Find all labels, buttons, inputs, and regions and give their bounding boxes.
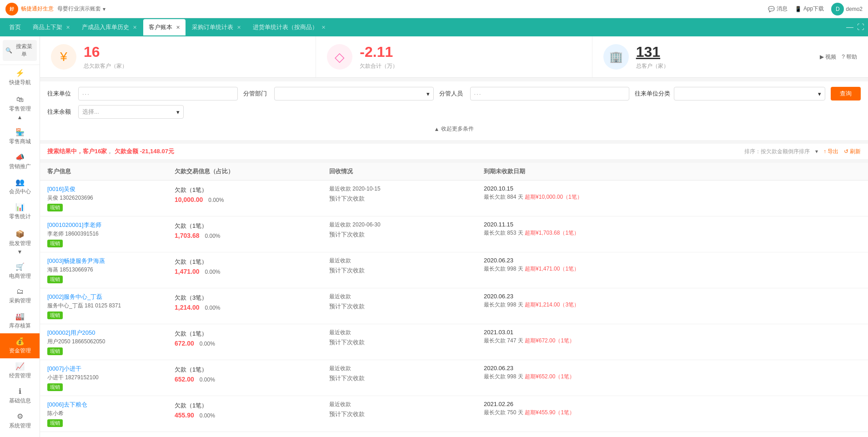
debt-count: 欠款（3笔） [175,294,207,302]
customer-name-link[interactable]: [0002]服务中心_丁磊 [47,293,175,301]
filter-row-1: 往来单位 ··· 分管部门 ▾ 分管人员 ··· [47,87,861,100]
overdue-link[interactable]: 超期¥1,703.68（1笔） [525,230,579,236]
sidebar-item-business-mgmt[interactable]: 📈 经营管理 [0,358,40,383]
collect-info-cell: 最近收款 2020-06-30 预计下次收款 [329,221,484,239]
sidebar-item-retail-stats[interactable]: 📊 零售统计 [0,199,40,224]
industry-select[interactable]: 母婴行业演示账套 ▾ [57,5,105,13]
debt-amount: 1,703.68 [175,232,200,239]
overdue-link[interactable]: 超期¥672.00（1笔） [525,337,575,344]
help-button[interactable]: ? 帮助 [842,53,857,61]
sidebar-item-member[interactable]: 👥 会员中心 [0,174,40,199]
debt-row: 欠款（1笔） [175,366,329,374]
remainder-label: 往来余额 [47,108,75,116]
tab-close-icon[interactable]: ✕ [176,25,180,30]
tab-close-icon[interactable]: ✕ [237,25,241,30]
collect-info-cell: 最近收款 预计下次收款 [329,257,484,275]
tab-close-icon[interactable]: ✕ [321,25,326,30]
sidebar-item-inventory[interactable]: 🏭 库存核算 [0,308,40,333]
debt-count: 欠款（1笔） [175,366,207,374]
sidebar-item-quick-nav[interactable]: ⚡ 快捷导航 [0,65,40,90]
tab-home[interactable]: 首页 [4,19,26,35]
from-unit-label: 往来单位 [47,90,75,98]
stat-item-debt: ◇ -2.11 欠款合计（万） [316,36,592,77]
overdue-link[interactable]: 超期¥1,214.00（3笔） [525,301,579,308]
tab-expand-icon[interactable]: ⛶ [857,23,864,31]
sidebar-item-system[interactable]: ⚙ 系统管理 [0,408,40,433]
search-button[interactable]: 查询 [831,87,861,100]
collapse-button[interactable]: ▲ 收起更多条件 [47,123,861,135]
tab-customer-account[interactable]: 客户账本 ✕ [143,19,186,35]
stat-label-debt: 欠款合计（万） [360,62,398,70]
due-date-cell: 2020.06.23 最长欠款 998 天 超期¥1,471.00（1笔） [484,257,861,273]
tab-production-history[interactable]: 产成品入库单历史 ✕ [76,19,142,35]
overdue-days: 最长欠款 750 天 超期¥455.90（1笔） [484,409,861,417]
sidebar-item-finance[interactable]: 💰 资金管理 [0,333,40,358]
main-content: ¥ 16 总欠款客户（家） ◇ -2.11 欠款合计（万） 🏢 [40,36,868,437]
user-menu[interactable]: D demo2 [831,3,863,15]
sidebar-item-basic-info[interactable]: ℹ 基础信息 [0,383,40,408]
customer-name-link[interactable]: [0001020001]李老师 [47,221,175,229]
result-bar: 搜索结果中，客户16家， 欠款金额 -21,148.07元 排序：按欠款金额倒序… [40,144,868,159]
stat-value-customers: 16 [84,44,127,60]
tab-purchase-order[interactable]: 采购订单统计表 ✕ [186,19,246,35]
debt-count: 欠款（1笔） [175,258,207,266]
debt-amount-row: 1,214.00 0.00% [175,303,329,312]
video-button[interactable]: ▶ 视频 [820,53,836,61]
search-menu-button[interactable]: 🔍 搜索菜单 [3,40,37,61]
remainder-select[interactable]: 选择... ▾ [78,105,184,119]
tab-minimize-icon[interactable]: — [846,23,853,31]
debt-percent: 0.00% [205,305,221,311]
app-download-button[interactable]: 📱 App下载 [795,5,824,13]
sidebar-item-ecommerce[interactable]: 🛒 电商管理 [0,259,40,284]
overdue-link[interactable]: 超期¥10,000.00（1笔） [525,194,582,200]
stat-values-debt: -2.11 欠款合计（万） [360,44,398,70]
sidebar-item-enterprise[interactable]: 🏢 企业协同 [0,433,40,437]
customer-tag: 现销 [47,240,63,247]
customer-tag: 现销 [47,383,63,391]
unit-category-select[interactable]: ▾ [674,87,825,100]
debt-row: 欠款（1笔） [175,258,329,266]
next-collect: 预计下次收款 [329,266,484,275]
tab-close-icon[interactable]: ✕ [133,25,137,30]
collapse-icon: ▲ [434,126,440,132]
purchase-mgmt-icon: 🗂 [16,287,24,296]
customer-name-link[interactable]: [0006]去下粮仓 [47,401,175,409]
next-collect: 预计下次收款 [329,302,484,311]
sidebar-item-marketing[interactable]: 📣 营销推广 [0,149,40,174]
overdue-link[interactable]: 超期¥455.90（1笔） [525,409,575,416]
refresh-button[interactable]: ↺ 刷新 [844,148,861,156]
overdue-link[interactable]: 超期¥1,471.00（1笔） [525,266,579,272]
stat-value-total: 131 [636,44,669,60]
stat-item-customers: ¥ 16 总欠款客户（家） [40,36,316,77]
col-header-collect: 回收情况 [329,167,484,176]
next-collect: 预计下次收款 [329,231,484,239]
export-button[interactable]: ↑ 导出 [823,148,838,156]
debt-row: 欠款（1笔） [175,330,329,338]
customer-name-link[interactable]: [0007]小进干 [47,365,175,373]
message-button[interactable]: 💬 消息 [768,5,788,13]
tab-inventory-stats[interactable]: 进货单统计表（按商品） ✕ [247,19,331,35]
sidebar-item-retail-mgmt[interactable]: 🛍 零售管理 ▲ [0,92,40,124]
chevron-down-icon-2: ▾ [818,90,821,97]
sidebar-item-batch-mgmt[interactable]: 📦 批发管理 ▼ [0,226,40,259]
branch-person-input[interactable]: ··· [470,87,630,100]
from-unit-input[interactable]: ··· [78,87,238,100]
overdue-link[interactable]: 超期¥652.00（1笔） [525,373,575,380]
customer-name-link[interactable]: [0016]吴俊 [47,185,175,193]
overdue-days: 最长欠款 884 天 超期¥10,000.00（1笔） [484,193,861,201]
customer-tag: 现销 [47,204,63,211]
customer-name-link[interactable]: [0003]畅捷服务尹海蒸 [47,257,175,265]
due-date: 2020.10.15 [484,185,861,192]
sidebar-item-retail-mall[interactable]: 🏪 零售商城 [0,124,40,149]
marketing-icon: 📣 [15,153,25,161]
customer-phone: 李老师 18600391516 [47,230,175,238]
tab-close-icon[interactable]: ✕ [66,25,70,30]
stat-label-total: 总客户（家） [636,62,669,70]
table-row: [0002]服务中心_丁磊 服务中心_丁磊 181 0125 8371 现销 欠… [40,288,868,324]
customer-name-link[interactable]: [000002]用户2050 [47,329,175,337]
col-header-customer: 客户信息 [47,167,175,176]
sidebar-item-purchase-mgmt[interactable]: 🗂 采购管理 [0,284,40,308]
tab-product-shelf[interactable]: 商品上下架 ✕ [27,19,75,35]
filter-item-branch-dept: 分管部门 ▾ [243,87,434,100]
branch-dept-select[interactable]: ▾ [274,87,434,100]
